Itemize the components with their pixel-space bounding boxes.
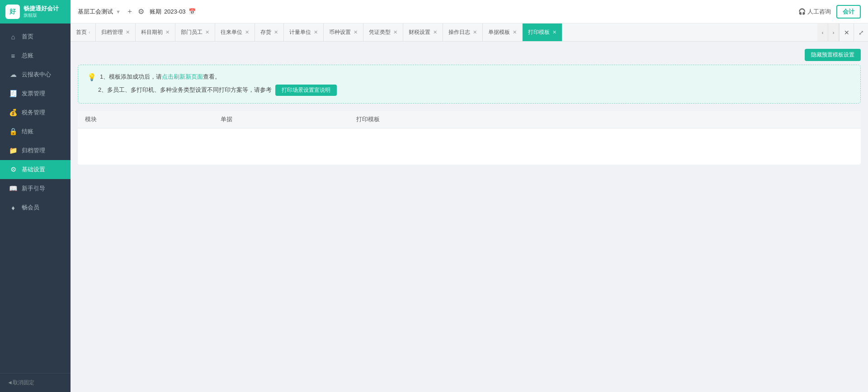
tab-expand-button[interactable]: ⤢ <box>854 24 868 41</box>
tab-tax-settings[interactable]: 财税设置 ✕ <box>403 24 443 41</box>
col-print-template: 打印模板 <box>349 111 861 128</box>
sidebar-item-home[interactable]: ⌂ 首页 <box>0 27 71 46</box>
tab-department[interactable]: 部门员工 ✕ <box>175 24 215 41</box>
bulb-icon: 💡 <box>87 73 96 81</box>
tab-department-close[interactable]: ✕ <box>205 29 209 35</box>
sidebar-item-label: 首页 <box>22 33 33 41</box>
tabbar: 首页 ‹ 归档管理 ✕ 科目期初 ✕ 部门员工 ✕ 往来单位 ✕ 存货 ✕ 计量… <box>71 24 868 42</box>
hide-template-btn-container: 隐藏预置模板设置 <box>78 49 861 61</box>
tab-single-template[interactable]: 单据模板 ✕ <box>483 24 523 41</box>
sidebar-item-guide[interactable]: 📖 新手引导 <box>0 179 71 198</box>
sidebar-item-tax[interactable]: 💰 税务管理 <box>0 103 71 122</box>
account-label: 会计 <box>843 8 854 15</box>
tab-single-template-close[interactable]: ✕ <box>513 29 517 35</box>
tab-inventory-close[interactable]: ✕ <box>274 29 278 35</box>
tab-unit-close[interactable]: ✕ <box>314 29 318 35</box>
headset-icon: 🎧 <box>798 8 806 15</box>
tab-unit[interactable]: 计量单位 ✕ <box>284 24 324 41</box>
settings-icon: ⚙ <box>9 165 17 174</box>
sidebar-item-vip[interactable]: ♦ 畅会员 <box>0 198 71 217</box>
sidebar-nav: ⌂ 首页 ≡ 总账 ☁ 云报表中心 🧾 发票管理 💰 税务管理 🔒 结账 📁 归… <box>0 24 71 373</box>
tab-subject-close[interactable]: ✕ <box>165 29 170 35</box>
vip-icon: ♦ <box>9 204 17 212</box>
settings-gear-icon[interactable]: ⚙ <box>138 7 144 16</box>
print-scene-button[interactable]: 打印场景设置宣说明 <box>275 85 337 96</box>
tab-currency[interactable]: 币种设置 ✕ <box>324 24 363 41</box>
tab-currency-label: 币种设置 <box>329 28 351 36</box>
calendar-icon[interactable]: 📅 <box>189 8 196 15</box>
tab-subject-label: 科目期初 <box>141 28 163 36</box>
notice-text-2: 2、多员工、多打印机、多种业务类型设置不同打印方案等，请参考 <box>98 85 272 95</box>
col-document: 单据 <box>213 111 349 128</box>
table-body <box>78 128 861 165</box>
topbar-actions: ＋ ⚙ <box>126 7 144 16</box>
sidebar-item-label: 归档管理 <box>22 146 45 155</box>
topbar-right: 🎧 人工咨询 会计 <box>798 5 861 19</box>
tab-print-template-label: 打印模板 <box>528 28 550 36</box>
notice-row-2: 2、多员工、多打印机、多种业务类型设置不同打印方案等，请参考 打印场景设置宣说明 <box>87 85 851 96</box>
logo-sub: 旗舰版 <box>24 12 59 19</box>
period-display: 账期 2023-03 📅 <box>150 8 196 16</box>
tab-operation-log[interactable]: 操作日志 ✕ <box>443 24 483 41</box>
sidebar-item-label: 云报表中心 <box>22 71 51 79</box>
tab-counterpart-label: 往来单位 <box>221 28 242 36</box>
tab-home[interactable]: 首页 ‹ <box>71 24 96 41</box>
sidebar-item-invoice[interactable]: 🧾 发票管理 <box>0 84 71 103</box>
sidebar-item-label: 畅会员 <box>22 203 39 212</box>
sidebar-item-label: 结账 <box>22 128 33 136</box>
company-name: 基层工会测试 <box>78 8 113 16</box>
tab-extra-controls: ‹ › ✕ ⤢ <box>817 24 868 41</box>
sidebar-item-ledger[interactable]: ≡ 总账 <box>0 46 71 65</box>
tab-tax-settings-label: 财税设置 <box>409 28 430 36</box>
sidebar: 好 畅捷通好会计 旗舰版 ⌂ 首页 ≡ 总账 ☁ 云报表中心 🧾 发票管理 💰 … <box>0 0 71 392</box>
sidebar-item-settings[interactable]: ⚙ 基础设置 <box>0 160 71 179</box>
refresh-link[interactable]: 点击刷新新页面 <box>162 73 203 80</box>
tab-inventory[interactable]: 存货 ✕ <box>255 24 284 41</box>
notice-box: 💡 1、模板添加成功后，请点击刷新新页面查看。 2、多员工、多打印机、多种业务类… <box>78 65 861 104</box>
tab-archive-label: 归档管理 <box>101 28 123 36</box>
topbar: 基层工会测试 ▼ ＋ ⚙ 账期 2023-03 📅 🎧 人工咨询 会计 <box>71 0 868 24</box>
period-label: 账期 <box>150 8 161 16</box>
notice-row-1: 💡 1、模板添加成功后，请点击刷新新页面查看。 <box>87 72 851 82</box>
tab-counterpart-close[interactable]: ✕ <box>245 29 249 35</box>
tab-department-label: 部门员工 <box>181 28 203 36</box>
tab-voucher-type[interactable]: 凭证类型 ✕ <box>363 24 403 41</box>
tab-operation-log-close[interactable]: ✕ <box>473 29 477 35</box>
tab-print-template[interactable]: 打印模板 ✕ <box>523 24 562 41</box>
tab-archive[interactable]: 归档管理 ✕ <box>96 24 136 41</box>
tab-voucher-type-close[interactable]: ✕ <box>393 29 397 35</box>
close-ledger-icon: 🔒 <box>9 128 17 136</box>
tab-archive-close[interactable]: ✕ <box>126 29 130 35</box>
hide-preset-template-button[interactable]: 隐藏预置模板设置 <box>805 49 861 61</box>
logo-text: 畅捷通好会计 <box>24 5 59 13</box>
sidebar-item-close[interactable]: 🔒 结账 <box>0 122 71 141</box>
tab-home-chevron: ‹ <box>89 30 90 35</box>
tab-currency-close[interactable]: ✕ <box>354 29 358 35</box>
notice-text-1: 1、模板添加成功后，请点击刷新新页面查看。 <box>100 72 221 82</box>
tab-next-button[interactable]: › <box>828 24 839 41</box>
tab-operation-log-label: 操作日志 <box>448 28 470 36</box>
tab-print-template-close[interactable]: ✕ <box>552 29 557 35</box>
tab-unit-label: 计量单位 <box>289 28 311 36</box>
archive-icon: 📁 <box>9 146 17 155</box>
tab-prev-button[interactable]: ‹ <box>817 24 828 41</box>
sidebar-item-archive[interactable]: 📁 归档管理 <box>0 141 71 160</box>
tab-subject[interactable]: 科目期初 ✕ <box>136 24 175 41</box>
guide-icon: 📖 <box>9 184 17 193</box>
tab-tax-settings-close[interactable]: ✕ <box>433 29 437 35</box>
sidebar-item-report[interactable]: ☁ 云报表中心 <box>0 65 71 84</box>
invoice-icon: 🧾 <box>9 90 17 98</box>
service-label: 人工咨询 <box>807 8 831 16</box>
tab-single-template-label: 单据模板 <box>488 28 510 36</box>
sidebar-unpin-button[interactable]: ◄取消固定 <box>0 373 71 392</box>
account-button[interactable]: 会计 <box>836 5 861 19</box>
sidebar-item-label: 税务管理 <box>22 109 45 117</box>
dropdown-arrow-icon: ▼ <box>116 9 121 14</box>
tax-icon: 💰 <box>9 109 17 117</box>
tab-inventory-label: 存货 <box>260 28 271 36</box>
tab-counterpart[interactable]: 往来单位 ✕ <box>215 24 255 41</box>
service-button[interactable]: 🎧 人工咨询 <box>798 8 831 16</box>
add-icon[interactable]: ＋ <box>126 7 133 16</box>
company-selector[interactable]: 基层工会测试 ▼ <box>78 8 121 16</box>
tab-close-all-button[interactable]: ✕ <box>839 24 854 41</box>
